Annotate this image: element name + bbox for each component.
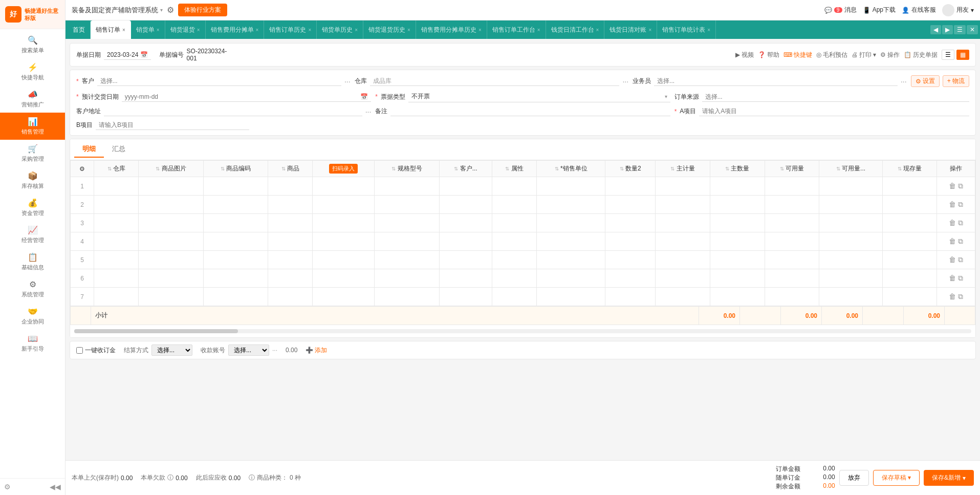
tab-1[interactable]: 销售订单× bbox=[91, 20, 131, 39]
sidebar-item-6[interactable]: 💰资金管理 bbox=[0, 194, 65, 221]
col-header-7[interactable]: ⇅ 客户... bbox=[439, 161, 492, 177]
customer-address-input[interactable] bbox=[104, 106, 362, 116]
col-header-12[interactable]: ⇅ 主数量 bbox=[710, 161, 765, 177]
bank-no-select[interactable]: 选择... bbox=[228, 345, 269, 356]
address-more-icon[interactable]: ··· bbox=[365, 107, 372, 116]
content-tab-0[interactable]: 明细 bbox=[74, 141, 104, 158]
tab-close-icon-4[interactable]: × bbox=[256, 27, 259, 33]
setting-button[interactable]: ⚙ 设置 bbox=[911, 75, 940, 87]
tab-menu-button[interactable]: ☰ bbox=[954, 25, 966, 34]
tab-close-icon-10[interactable]: × bbox=[596, 27, 599, 33]
copy-icon[interactable]: ⧉ bbox=[958, 219, 963, 227]
col-header-11[interactable]: ⇅ 主计量 bbox=[656, 161, 710, 177]
col-header-15[interactable]: ⇅ 现存量 bbox=[882, 161, 937, 177]
delete-icon[interactable]: 🗑 bbox=[949, 255, 956, 264]
tab-7[interactable]: 销货退货历史× bbox=[363, 20, 416, 39]
tab-close-icon-2[interactable]: × bbox=[157, 27, 160, 33]
col-header-9[interactable]: ⇅ *销售单位 bbox=[537, 161, 605, 177]
col-header-13[interactable]: ⇅ 可用量 bbox=[765, 161, 819, 177]
remark-input[interactable] bbox=[390, 106, 670, 116]
profit-button[interactable]: ◎ 毛利预估 bbox=[816, 51, 847, 59]
tab-close-icon-7[interactable]: × bbox=[407, 27, 410, 33]
tab-close-icon-3[interactable]: × bbox=[197, 27, 200, 33]
tab-close-icon-6[interactable]: × bbox=[355, 27, 358, 33]
message-button[interactable]: 💬 9 消息 bbox=[824, 6, 857, 14]
copy-icon[interactable]: ⧉ bbox=[958, 255, 963, 264]
customer-input[interactable] bbox=[97, 76, 341, 86]
col-header-10[interactable]: ⇅ 数量2 bbox=[605, 161, 656, 177]
collapse-icon[interactable]: ◀◀ bbox=[50, 483, 61, 491]
tab-close-icon-12[interactable]: × bbox=[707, 27, 710, 33]
sidebar-item-2[interactable]: 📣营销推广 bbox=[0, 85, 65, 113]
one-click-checkbox[interactable] bbox=[76, 347, 83, 354]
copy-icon[interactable]: ⧉ bbox=[958, 292, 963, 301]
discard-button[interactable]: 放弃 bbox=[839, 470, 869, 486]
delete-icon[interactable]: 🗑 bbox=[949, 237, 956, 246]
tab-prev-button[interactable]: ◀ bbox=[930, 25, 941, 34]
tab-4[interactable]: 销售费用分摊单× bbox=[206, 20, 265, 39]
sidebar-item-10[interactable]: 🤝企业协同 bbox=[0, 303, 65, 330]
help-button[interactable]: ❓ 帮助 bbox=[758, 51, 779, 59]
col-header-14[interactable]: ⇅ 可用量... bbox=[819, 161, 882, 177]
topbar-gear-icon[interactable]: ⚙ bbox=[167, 5, 174, 15]
tab-next-button[interactable]: ▶ bbox=[942, 25, 953, 34]
delete-icon[interactable]: 🗑 bbox=[949, 182, 956, 190]
add-payment-button[interactable]: ➕ 添加 bbox=[306, 346, 327, 355]
shortcut-button[interactable]: ⌨ 快捷键 bbox=[783, 51, 812, 59]
solution-button[interactable]: 体验行业方案 bbox=[178, 4, 227, 16]
col-header-8[interactable]: ⇅ 属性 bbox=[492, 161, 537, 177]
tab-5[interactable]: 销售订单历史× bbox=[264, 20, 317, 39]
tab-10[interactable]: 钱货日清工作台× bbox=[546, 20, 605, 39]
online-service-button[interactable]: 👤 在线客服 bbox=[902, 6, 936, 14]
ticket-type-select[interactable]: 不开票 ▾ bbox=[408, 91, 670, 102]
copy-icon[interactable]: ⧉ bbox=[958, 182, 963, 190]
order-source-input[interactable] bbox=[702, 92, 969, 102]
tab-close-icon-5[interactable]: × bbox=[308, 27, 311, 33]
list-view-button[interactable]: ☰ bbox=[942, 50, 954, 60]
col-header-6[interactable]: ⇅ 规格型号 bbox=[375, 161, 440, 177]
col-header-1[interactable]: ⇅ 仓库 bbox=[94, 161, 139, 177]
tab-close-icon-1[interactable]: × bbox=[122, 27, 125, 33]
horizontal-scrollbar[interactable] bbox=[74, 329, 971, 333]
delete-icon[interactable]: 🗑 bbox=[949, 274, 956, 283]
view-video-button[interactable]: ▶ 视频 bbox=[735, 51, 754, 59]
tab-6[interactable]: 销货单历史× bbox=[317, 20, 363, 39]
sidebar-item-11[interactable]: 📖新手引导 bbox=[0, 330, 65, 357]
col-header-2[interactable]: ⇅ 商品图片 bbox=[139, 161, 204, 177]
save-draft-button[interactable]: 保存草稿 ▾ bbox=[873, 470, 920, 486]
tab-11[interactable]: 钱货日清对账× bbox=[604, 20, 657, 39]
tab-close-icon-9[interactable]: × bbox=[537, 27, 540, 33]
col-header-4[interactable]: ⇅ 商品 bbox=[268, 161, 313, 177]
salesperson-input[interactable] bbox=[654, 76, 898, 86]
system-selector[interactable]: 装备及固定资产辅助管理系统 ▾ bbox=[72, 6, 163, 15]
content-tab-1[interactable]: 汇总 bbox=[104, 141, 134, 158]
scan-button[interactable]: 扫码录入 bbox=[329, 164, 358, 174]
tab-close-icon-8[interactable]: × bbox=[478, 27, 482, 33]
save-new-button[interactable]: 保存&新增 ▾ bbox=[924, 470, 974, 486]
customer-more-icon[interactable]: ··· bbox=[344, 77, 351, 85]
a-project-input[interactable] bbox=[699, 106, 969, 116]
print-button[interactable]: 🖨 打印 ▾ bbox=[852, 51, 876, 59]
delete-icon[interactable]: 🗑 bbox=[949, 219, 956, 227]
tab-3[interactable]: 销货退货× bbox=[165, 20, 206, 39]
delivery-date-input[interactable]: 📅 bbox=[122, 92, 372, 102]
add-material-button[interactable]: + 物流 bbox=[943, 75, 969, 87]
warehouse-input[interactable] bbox=[370, 76, 620, 86]
delete-icon[interactable]: 🗑 bbox=[949, 292, 956, 301]
tab-8[interactable]: 销售费用分摊单历史× bbox=[416, 20, 487, 39]
copy-icon[interactable]: ⧉ bbox=[958, 274, 963, 283]
grid-view-button[interactable]: ▦ bbox=[956, 50, 969, 60]
sidebar-item-3[interactable]: 📊销售管理 bbox=[0, 113, 65, 140]
col-header-3[interactable]: ⇅ 商品编码 bbox=[203, 161, 268, 177]
user-menu[interactable]: 用友 ▾ bbox=[942, 4, 974, 16]
delete-icon[interactable]: 🗑 bbox=[949, 200, 956, 209]
history-button[interactable]: 📋 历史单据 bbox=[904, 51, 938, 59]
bank-more-icon[interactable]: ··· bbox=[272, 347, 277, 354]
sidebar-item-0[interactable]: 🔍搜索菜单 bbox=[0, 31, 65, 58]
warehouse-more-icon[interactable]: ··· bbox=[622, 77, 628, 85]
tab-2[interactable]: 销货单× bbox=[131, 20, 165, 39]
sidebar-item-4[interactable]: 🛒采购管理 bbox=[0, 140, 65, 167]
b-project-input[interactable] bbox=[96, 120, 249, 130]
sidebar-item-8[interactable]: 📋基础信息 bbox=[0, 248, 65, 275]
salesperson-more-icon[interactable]: ··· bbox=[901, 77, 907, 85]
